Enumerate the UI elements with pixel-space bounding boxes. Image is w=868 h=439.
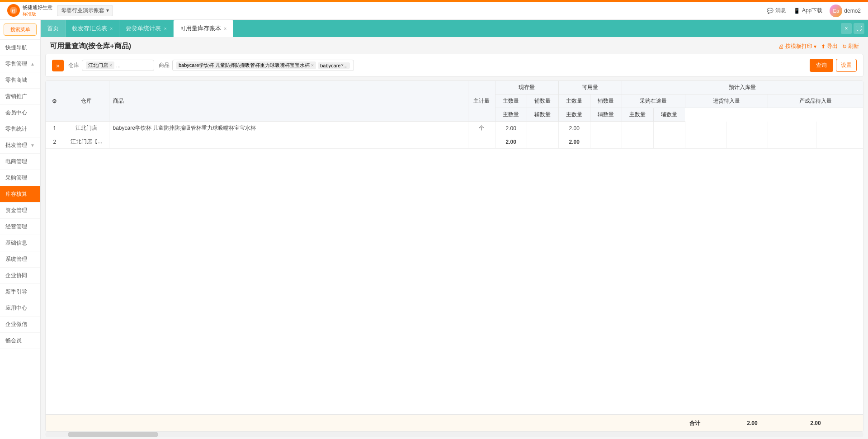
enterprise-wechat-label: 企业微信 bbox=[5, 321, 27, 328]
row-1-stock-aux bbox=[527, 122, 558, 135]
tab-bar-controls: × ⛶ bbox=[841, 23, 868, 34]
quick-nav-label: 快捷导航 bbox=[5, 44, 27, 52]
sidebar-item-new-guide[interactable]: 新手引导 bbox=[0, 284, 40, 300]
wholesale-label: 批发管理 bbox=[5, 142, 27, 149]
row-2-avail-main: 2.00 bbox=[558, 135, 590, 149]
sidebar-item-purchase[interactable]: 采购管理 bbox=[0, 170, 40, 186]
row-2-avail-aux bbox=[590, 135, 622, 149]
th-purchase-transit-aux: 辅数量 bbox=[527, 108, 558, 122]
sidebar-item-app-center[interactable]: 应用中心 bbox=[0, 300, 40, 316]
scroll-thumb[interactable] bbox=[68, 432, 158, 437]
tab-fullscreen-button[interactable]: ⛶ bbox=[854, 23, 864, 34]
product-filter-group: 商品 babycare学饮杯 儿童防摔防撞吸管杯重力球吸嘴杯宝宝水杯 × bab… bbox=[159, 60, 354, 71]
industry-selector-label: 母婴行业演示账套 bbox=[61, 7, 104, 14]
main-layout: 搜索菜单 快捷导航 零售管理 ▲ 零售商城 营销推广 会员中心 零售统计 批发管… bbox=[0, 20, 868, 439]
sidebar-item-member[interactable]: 会员中心 bbox=[0, 105, 40, 121]
product-filter-input[interactable]: babycare学饮杯 儿童防摔防撞吸管杯重力球吸嘴杯宝宝水杯 × babyca… bbox=[172, 60, 354, 71]
tab-order-stats[interactable]: 要货单统计表 × bbox=[119, 20, 173, 37]
warehouse-tag: 江北门店 × bbox=[86, 61, 114, 69]
warehouse-more-icon[interactable]: ... bbox=[116, 62, 121, 69]
available-ledger-label: 可用量库存账本 bbox=[180, 24, 221, 33]
purchase-label: 采购管理 bbox=[5, 174, 27, 182]
tab-close-order-stats[interactable]: × bbox=[164, 26, 166, 31]
logo-subtitle: 标准版 bbox=[23, 11, 52, 17]
template-print-label: 按模板打印 bbox=[785, 42, 812, 50]
row-2-inc-main bbox=[685, 135, 726, 149]
sidebar-item-enterprise-wechat[interactable]: 企业微信 bbox=[0, 316, 40, 333]
tab-bar: 首页 收发存汇总表 × 要货单统计表 × 可用量库存账本 × × ⛶ bbox=[41, 20, 868, 37]
page-actions: 🖨 按模板打印 ▾ ⬆ 导出 ↻ 刷新 bbox=[778, 42, 859, 50]
table-header-row-1: ⚙ 仓库 商品 主计量 现存量 可用量 预计入库量 bbox=[46, 81, 863, 94]
tab-available-ledger[interactable]: 可用量库存账本 × bbox=[174, 20, 233, 37]
ops-label: 经营管理 bbox=[5, 223, 27, 231]
sidebar-item-retail-stats[interactable]: 零售统计 bbox=[0, 121, 40, 137]
tab-close-recv-send[interactable]: × bbox=[110, 26, 113, 31]
industry-selector[interactable]: 母婴行业演示账套 ▾ bbox=[57, 5, 113, 16]
sidebar-item-marketing[interactable]: 营销推广 bbox=[0, 89, 40, 105]
warehouse-filter-label: 仓库 bbox=[68, 61, 79, 69]
settings-button[interactable]: 设置 bbox=[836, 59, 857, 72]
th-incoming-group: 进货待入量 bbox=[685, 94, 768, 108]
warehouse-tag-close[interactable]: × bbox=[109, 63, 112, 68]
horizontal-scrollbar[interactable] bbox=[45, 432, 863, 437]
page-title: 可用量查询(按仓库+商品) bbox=[50, 42, 131, 51]
sidebar-item-wholesale[interactable]: 批发管理 ▼ bbox=[0, 137, 40, 154]
tab-close-all-button[interactable]: × bbox=[841, 23, 852, 34]
avatar: Ea bbox=[830, 5, 842, 17]
row-1-product: babycare学饮杯 儿童防摔防撞吸管杯重力球吸嘴杯宝宝水杯 bbox=[109, 122, 468, 135]
product-filter-label: 商品 bbox=[159, 61, 170, 69]
basic-info-label: 基础信息 bbox=[5, 239, 27, 247]
top-bar-right: 💬 消息 📱 App下载 Ea demo2 bbox=[767, 5, 861, 17]
app-center-label: 应用中心 bbox=[5, 304, 27, 312]
refresh-icon: ↻ bbox=[842, 43, 847, 50]
filter-expand-button[interactable]: » bbox=[52, 60, 64, 71]
sidebar-item-system[interactable]: 系统管理 bbox=[0, 251, 40, 268]
query-button[interactable]: 查询 bbox=[810, 59, 833, 72]
tab-home[interactable]: 首页 bbox=[41, 20, 66, 37]
sidebar-item-ecommerce[interactable]: 电商管理 bbox=[0, 154, 40, 170]
sidebar-item-retail-mall[interactable]: 零售商城 bbox=[0, 72, 40, 89]
sidebar-item-inventory[interactable]: 库存核算 bbox=[0, 186, 40, 203]
chevron-icon: ▲ bbox=[30, 61, 35, 66]
sidebar-item-finance[interactable]: 资金管理 bbox=[0, 203, 40, 219]
export-button[interactable]: ⬆ 导出 bbox=[821, 42, 838, 50]
refresh-label: 刷新 bbox=[848, 42, 859, 50]
search-menu-button[interactable]: 搜索菜单 bbox=[4, 24, 37, 36]
marketing-label: 营销推广 bbox=[5, 93, 27, 100]
retail-mgmt-label: 零售管理 bbox=[5, 60, 27, 68]
sidebar-item-enterprise-collab[interactable]: 企业协同 bbox=[0, 268, 40, 284]
row-1-inc-aux bbox=[726, 122, 768, 135]
row-2-stock-main: 2.00 bbox=[495, 135, 527, 149]
vip-label: 畅会员 bbox=[5, 337, 22, 345]
message-icon: 💬 bbox=[767, 8, 774, 14]
refresh-button[interactable]: ↻ 刷新 bbox=[842, 42, 859, 50]
row-1-pt-main bbox=[622, 122, 653, 135]
template-print-button[interactable]: 🖨 按模板打印 ▾ bbox=[778, 42, 816, 50]
message-button[interactable]: 💬 消息 bbox=[767, 7, 786, 14]
sidebar-item-ops[interactable]: 经营管理 bbox=[0, 219, 40, 235]
row-2-fin-main bbox=[768, 135, 816, 149]
sidebar-item-quick-nav[interactable]: 快捷导航 bbox=[0, 40, 40, 56]
row-2-unit bbox=[468, 135, 495, 149]
sidebar: 搜索菜单 快捷导航 零售管理 ▲ 零售商城 营销推广 会员中心 零售统计 批发管… bbox=[0, 20, 41, 439]
table-empty-space bbox=[46, 149, 863, 414]
tab-recv-send-summary[interactable]: 收发存汇总表 × bbox=[66, 20, 119, 37]
row-1-warehouse: 江北门店 bbox=[64, 122, 109, 135]
warehouse-filter-input[interactable]: 江北门店 × ... bbox=[82, 60, 154, 71]
filter-actions: 查询 设置 bbox=[810, 59, 857, 72]
user-menu[interactable]: Ea demo2 bbox=[830, 5, 861, 17]
row-1-inc-main bbox=[685, 122, 726, 135]
sidebar-item-vip[interactable]: 畅会员 bbox=[0, 333, 40, 349]
app-download-button[interactable]: 📱 App下载 bbox=[793, 7, 822, 14]
th-unit: 主计量 bbox=[468, 81, 495, 122]
tab-close-available-ledger[interactable]: × bbox=[224, 26, 226, 31]
sidebar-item-basic-info[interactable]: 基础信息 bbox=[0, 235, 40, 251]
row-2-pt-main bbox=[622, 135, 653, 149]
footer-avail-main-total: 2.00 bbox=[800, 420, 831, 426]
recv-send-summary-label: 收发存汇总表 bbox=[72, 24, 107, 33]
th-settings[interactable]: ⚙ bbox=[46, 81, 64, 122]
th-warehouse: 仓库 bbox=[64, 81, 109, 122]
sidebar-item-retail-mgmt[interactable]: 零售管理 ▲ bbox=[0, 56, 40, 72]
product-tag-1-close[interactable]: × bbox=[311, 63, 314, 68]
th-incoming-main: 主数量 bbox=[558, 108, 590, 122]
